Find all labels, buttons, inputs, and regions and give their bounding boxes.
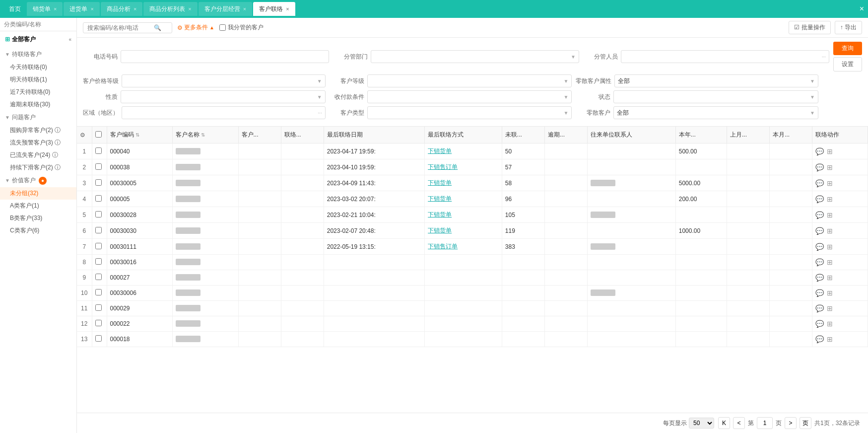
cell-check[interactable] [92, 255, 107, 270]
cell-check[interactable] [92, 316, 107, 332]
filter-search-icon[interactable]: 🔍 [154, 24, 161, 31]
row-checkbox-6[interactable] [95, 243, 102, 249]
row-checkbox-2[interactable] [95, 179, 102, 186]
section-value-customers[interactable]: ▼ 价值客户 ● [0, 174, 76, 187]
dept-select[interactable]: ▼ [371, 50, 579, 63]
cell-lasttype[interactable] [425, 270, 502, 286]
cell-check[interactable] [92, 159, 107, 175]
row-checkbox-3[interactable] [95, 195, 102, 202]
nav-tab-purchaseorder[interactable]: 进货单 × [64, 2, 99, 16]
row-checkbox-9[interactable] [95, 289, 102, 295]
close-purchaseorder-icon[interactable]: × [90, 6, 93, 12]
sidebar-item-today[interactable]: 今天待联络(0) [0, 61, 76, 73]
grid-action-icon[interactable]: ⊞ [827, 195, 833, 203]
chat-icon[interactable]: 💬 [815, 195, 824, 203]
chat-icon[interactable]: 💬 [815, 304, 824, 312]
nav-tab-salesorder[interactable]: 销货单 × [27, 2, 63, 16]
query-btn[interactable]: 查询 [833, 42, 862, 55]
cell-lasttype[interactable] [425, 286, 502, 301]
my-customers-filter[interactable]: 我分管的客户 [219, 23, 264, 32]
chat-icon[interactable]: 💬 [815, 179, 824, 187]
chat-icon[interactable]: 💬 [815, 335, 824, 343]
row-checkbox-4[interactable] [95, 211, 102, 217]
nav-tab-customercontact[interactable]: 客户联络 × [253, 2, 295, 16]
cell-lasttype[interactable]: 下销售订单 [425, 159, 502, 175]
sparse-attr-select[interactable]: 全部 ▼ [614, 74, 818, 87]
cust-type-select[interactable]: ▼ [367, 106, 572, 119]
grid-action-icon[interactable]: ⊞ [827, 258, 833, 266]
payment-select[interactable]: ▼ [367, 90, 572, 103]
next-page-btn[interactable]: > [785, 417, 797, 429]
close-productlist-icon[interactable]: × [188, 6, 191, 12]
cell-lasttype[interactable]: 下销货单 [425, 207, 502, 223]
row-checkbox-1[interactable] [95, 163, 102, 170]
select-all-checkbox[interactable] [95, 131, 102, 138]
cell-lasttype[interactable] [425, 332, 502, 347]
sidebar-item-churned[interactable]: 已流失客户(24) ⓘ [0, 149, 76, 161]
my-customers-checkbox[interactable] [219, 24, 226, 31]
sidebar-item-churn-warning[interactable]: 流失预警客户(3) ⓘ [0, 137, 76, 149]
sidebar-item-overdue[interactable]: 逾期未联络(30) [0, 98, 76, 111]
cell-check[interactable] [92, 207, 107, 223]
row-checkbox-7[interactable] [95, 258, 102, 265]
row-checkbox-8[interactable] [95, 274, 102, 280]
reset-btn[interactable]: 设置 [833, 57, 862, 72]
nav-tab-productanalysis[interactable]: 商品分析 × [101, 2, 142, 16]
row-checkbox-5[interactable] [95, 227, 102, 233]
row-checkbox-10[interactable] [95, 304, 102, 311]
col-check[interactable] [92, 127, 107, 144]
nature-select[interactable]: ▼ [121, 90, 326, 103]
cell-check[interactable] [92, 191, 107, 207]
row-checkbox-11[interactable] [95, 320, 102, 326]
grid-action-icon[interactable]: ⊞ [827, 304, 833, 312]
first-page-btn[interactable]: K [718, 417, 730, 429]
section-problem-customers[interactable]: ▼ 问题客户 [0, 111, 76, 124]
contact-type-link[interactable]: 下销货单 [428, 179, 452, 186]
grid-action-icon[interactable]: ⊞ [827, 147, 833, 155]
sort-code-icon[interactable]: ⇅ [135, 132, 139, 138]
close-customercontact-icon[interactable]: × [286, 6, 289, 12]
chat-icon[interactable]: 💬 [815, 274, 824, 282]
contact-type-link[interactable]: 下销货单 [428, 227, 452, 234]
contact-type-link[interactable]: 下销售订单 [428, 163, 458, 170]
sidebar-item-declining[interactable]: 持续下滑客户(2) ⓘ [0, 161, 76, 174]
close-customersegment-icon[interactable]: × [243, 6, 246, 12]
chat-icon[interactable]: 💬 [815, 211, 824, 219]
cell-check[interactable] [92, 239, 107, 255]
grid-action-icon[interactable]: ⊞ [827, 163, 833, 171]
sidebar-search-input[interactable] [4, 21, 77, 28]
grid-action-icon[interactable]: ⊞ [827, 320, 833, 328]
sidebar-item-tomorrow[interactable]: 明天待联络(1) [0, 73, 76, 86]
export-btn[interactable]: ↑ 导出 [835, 21, 862, 34]
page-number-input[interactable] [757, 417, 773, 429]
grid-action-icon[interactable]: ⊞ [827, 335, 833, 343]
sidebar-item-class-b[interactable]: B类客户(33) [0, 212, 76, 224]
cell-lasttype[interactable]: 下销货单 [425, 144, 502, 159]
grid-action-icon[interactable]: ⊞ [827, 274, 833, 282]
grid-action-icon[interactable]: ⊞ [827, 211, 833, 219]
chat-icon[interactable]: 💬 [815, 163, 824, 171]
cell-lasttype[interactable] [425, 316, 502, 332]
nav-tab-customersegment[interactable]: 客户分层经营 × [199, 2, 252, 16]
cell-lasttype[interactable]: 下销货单 [425, 191, 502, 207]
cell-lasttype[interactable] [425, 255, 502, 270]
manager-select[interactable]: ··· [621, 50, 829, 63]
cell-lasttype[interactable]: 下销售订单 [425, 239, 502, 255]
chat-icon[interactable]: 💬 [815, 227, 824, 235]
sidebar-item-hoarding[interactable]: 囤购异常客户(2) ⓘ [0, 124, 76, 137]
sidebar-item-7days[interactable]: 近7天待联络(0) [0, 86, 76, 98]
cell-check[interactable] [92, 332, 107, 347]
sidebar-item-class-a[interactable]: A类客户(1) [0, 200, 76, 212]
sparse-cust-select[interactable]: 全部 ▼ [613, 106, 818, 119]
contact-type-link[interactable]: 下销货单 [428, 147, 452, 154]
batch-op-btn[interactable]: ☑ 批量操作 [789, 21, 830, 34]
grid-action-icon[interactable]: ⊞ [827, 243, 833, 251]
prev-page-btn[interactable]: < [733, 417, 745, 429]
cell-check[interactable] [92, 270, 107, 286]
grid-action-icon[interactable]: ⊞ [827, 227, 833, 235]
cell-check[interactable] [92, 144, 107, 159]
cell-lasttype[interactable] [425, 301, 502, 316]
chat-icon[interactable]: 💬 [815, 289, 824, 297]
status-select[interactable]: ▼ [613, 90, 818, 103]
close-all-icon[interactable]: × [860, 4, 864, 13]
